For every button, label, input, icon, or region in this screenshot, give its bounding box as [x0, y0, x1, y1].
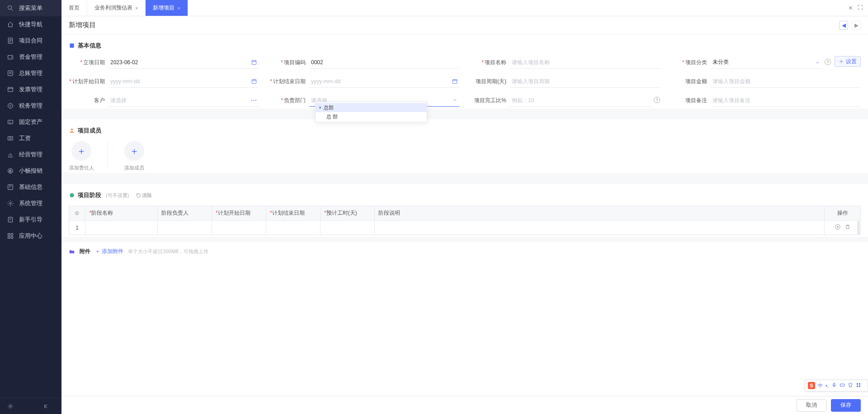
collapse-icon[interactable] [42, 402, 51, 410]
ime-toolbar[interactable]: S 中 •, [805, 380, 868, 391]
table-row[interactable]: 1 [69, 221, 861, 235]
section-title: 项目成员 [78, 127, 101, 135]
svg-point-5 [8, 104, 13, 108]
add-row-icon[interactable] [835, 224, 841, 231]
add-member-button[interactable]: ＋ [124, 141, 144, 161]
input-amount[interactable] [711, 75, 861, 88]
sidebar-item-label: 快捷导航 [19, 20, 42, 28]
sidebar-item-contract[interactable]: 项目合同 [0, 33, 61, 49]
input-name[interactable] [510, 56, 660, 69]
input-category[interactable] [711, 56, 822, 69]
info-icon [6, 183, 14, 191]
ime-logo: S [808, 382, 815, 389]
dropdown-label: 总部 [324, 104, 334, 111]
add-owner-button[interactable]: ＋ [71, 141, 91, 161]
tab-new-project[interactable]: 新增项目× [146, 0, 188, 16]
input-customer[interactable] [108, 94, 259, 107]
label-setup-date: *立项日期 [69, 56, 105, 66]
chevron-up-icon[interactable] [451, 97, 458, 104]
sidebar-item-label: 资金管理 [19, 53, 42, 61]
chevron-down-icon[interactable] [814, 59, 821, 66]
ime-menu-icon[interactable] [856, 382, 861, 389]
input-code[interactable] [309, 56, 459, 69]
save-button[interactable]: 保存 [831, 399, 861, 412]
sidebar-item-guide[interactable]: 新手引导 [0, 212, 61, 228]
sidebar-item-system[interactable]: 系统管理 [0, 195, 61, 212]
tab-label: 业务利润预估表 [94, 4, 132, 12]
svg-rect-13 [8, 217, 12, 222]
settings-label: 设置 [846, 58, 857, 66]
caret-down-icon: ▼ [318, 106, 322, 110]
tab-label: 首页 [69, 4, 80, 12]
input-remark[interactable] [711, 94, 861, 107]
ime-keyboard-icon[interactable] [840, 382, 845, 389]
calendar-icon[interactable] [451, 78, 458, 85]
sidebar-item-label: 项目合同 [19, 37, 42, 45]
guide-icon [6, 216, 14, 224]
settings-button[interactable]: 设置 [835, 56, 861, 67]
svg-rect-15 [11, 234, 13, 235]
next-page-button[interactable]: ▶ [852, 21, 861, 30]
gear-icon[interactable] [6, 402, 14, 410]
sidebar-search[interactable]: 搜索菜单 [0, 0, 61, 16]
tax-icon [6, 102, 14, 110]
close-all-icon[interactable]: × [849, 4, 853, 12]
label-period: 项目周期(天) [470, 75, 506, 85]
sidebar-item-business[interactable]: 经营管理 [0, 146, 61, 163]
add-member: ＋ 添加成员 [122, 141, 147, 171]
calendar-icon[interactable] [250, 59, 258, 66]
add-attachment-link[interactable]: ＋ 添加附件 [95, 248, 123, 255]
col-hours: 预计工时(天) [326, 210, 357, 216]
sidebar-item-reimburse[interactable]: C 小畅报销 [0, 163, 61, 179]
clear-stages-link[interactable]: 清除 [136, 192, 152, 199]
ime-skin-icon[interactable] [848, 382, 853, 389]
dropdown-item-root[interactable]: ▼ 总部 [316, 103, 427, 112]
section-icon [69, 127, 75, 134]
ime-punct-icon[interactable]: •, [826, 383, 829, 388]
ime-mic-icon[interactable] [831, 382, 837, 389]
folder-icon [69, 249, 75, 255]
svg-rect-4 [8, 87, 13, 91]
sidebar: 搜索菜单 快捷导航 项目合同 资金管理 总账管理 发票管理 [0, 0, 61, 414]
section-title: 项目阶段 [78, 191, 101, 199]
close-icon[interactable]: × [135, 5, 138, 11]
col-owner: 阶段负责人 [161, 210, 189, 216]
input-period[interactable] [510, 75, 660, 88]
calendar-icon[interactable] [250, 78, 258, 85]
section-attachments: 附件 ＋ 添加附件 单个大小不超过200MB，可拖拽上传 [69, 242, 861, 257]
sidebar-item-assets[interactable]: 固定资产 [0, 114, 61, 130]
gear-icon[interactable]: ⚙ [75, 210, 80, 216]
sidebar-item-appcenter[interactable]: 应用中心 [0, 228, 61, 244]
sidebar-item-baseinfo[interactable]: 基础信息 [0, 179, 61, 195]
delete-row-icon[interactable] [844, 224, 851, 231]
ledger-icon [6, 69, 14, 77]
input-complete[interactable] [510, 94, 651, 107]
sidebar-item-funds[interactable]: 资金管理 [0, 49, 61, 65]
svg-rect-17 [11, 236, 13, 238]
more-icon[interactable]: ··· [250, 97, 258, 104]
label-plan-start: *计划开始日期 [69, 75, 105, 85]
input-plan-start[interactable] [108, 75, 259, 88]
sidebar-item-salary[interactable]: 工资 [0, 130, 61, 146]
sidebar-item-tax[interactable]: 税务管理 [0, 98, 61, 114]
footer-bar: 取消 保存 [61, 396, 868, 414]
tab-profit-report[interactable]: 业务利润预估表× [87, 0, 146, 16]
table-scrollbar[interactable] [857, 221, 860, 235]
prev-page-button[interactable]: ◀ [839, 21, 848, 30]
cancel-button[interactable]: 取消 [797, 399, 826, 412]
sidebar-item-ledger[interactable]: 总账管理 [0, 65, 61, 81]
sidebar-item-label: 总账管理 [19, 69, 42, 77]
sidebar-item-quicknav[interactable]: 快捷导航 [0, 16, 61, 33]
tab-home[interactable]: 首页 [61, 0, 87, 16]
sidebar-item-invoice[interactable]: 发票管理 [0, 81, 61, 98]
dropdown-item-child[interactable]: 总 部 [316, 112, 427, 121]
ime-lang[interactable]: 中 [818, 382, 823, 389]
fullscreen-icon[interactable] [857, 4, 863, 12]
section-icon [69, 192, 75, 198]
input-plan-end[interactable] [309, 75, 459, 88]
close-icon[interactable]: × [177, 5, 180, 11]
help-icon[interactable]: ? [825, 59, 831, 65]
help-icon[interactable]: ? [654, 97, 660, 103]
input-setup-date[interactable] [108, 56, 259, 69]
svg-rect-28 [840, 384, 844, 386]
